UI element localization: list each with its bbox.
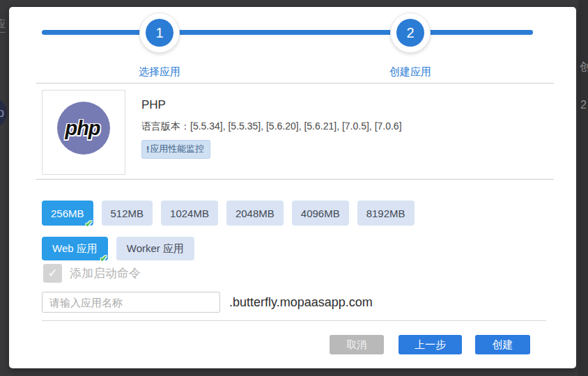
background-right-strip: 创 2 <box>578 0 588 376</box>
selected-check-icon: ✔ <box>100 253 108 264</box>
startup-command-row: ✓ 添加启动命令 <box>43 264 141 283</box>
previous-step-button[interactable]: 上一步 <box>399 335 462 354</box>
apm-badge-label: 应用性能监控 <box>150 143 204 155</box>
divider <box>42 320 546 321</box>
app-type-label: Worker 应用 <box>127 242 184 254</box>
step-1-label: 选择应用 <box>111 65 208 79</box>
app-type-worker-button[interactable]: Worker 应用 <box>116 237 194 260</box>
memory-option-1024mb[interactable]: 1024MB <box>161 201 218 226</box>
app-type-row: Web 应用 ✔ Worker 应用 <box>42 237 203 260</box>
memory-option-label: 8192MB <box>366 207 405 219</box>
domain-suffix: .butterfly.mopaasapp.com <box>229 295 373 310</box>
steps-progress-bar <box>42 30 533 35</box>
monitor-icon: ! <box>146 144 149 155</box>
memory-option-label: 256MB <box>51 207 84 219</box>
step-2-label: 创建应用 <box>362 65 459 79</box>
step-1-number: 1 <box>146 19 173 47</box>
apm-badge[interactable]: ! 应用性能监控 <box>141 140 210 159</box>
php-logo-text: php <box>65 117 102 140</box>
background-page-text-fragment: 应 <box>0 18 6 33</box>
step-1-indicator[interactable]: 1 <box>139 13 180 53</box>
memory-option-label: 1024MB <box>170 207 209 219</box>
app-versions: 语言版本：[5.5.34], [5.5.35], [5.6.20], [5.6.… <box>141 120 402 133</box>
app-name-input[interactable] <box>42 292 220 313</box>
step-2-number: 2 <box>396 19 424 47</box>
startup-command-checkbox: ✓ <box>43 264 62 283</box>
memory-option-label: 512MB <box>111 207 144 219</box>
divider <box>36 179 554 180</box>
background-text-fragment: 创 <box>580 60 588 75</box>
step-2-indicator[interactable]: 2 <box>390 13 431 53</box>
selected-app-card: php <box>42 90 125 175</box>
app-type-web-button[interactable]: Web 应用 ✔ <box>42 237 108 260</box>
divider <box>36 83 554 84</box>
memory-option-4096mb[interactable]: 4096MB <box>292 201 349 226</box>
selected-check-icon: ✔ <box>85 218 93 229</box>
app-info: PHP 语言版本：[5.5.34], [5.5.35], [5.6.20], [… <box>141 98 402 159</box>
create-app-dialog: 1 2 选择应用 创建应用 php PHP 语言版本：[5.5.34], [5.… <box>9 7 576 368</box>
memory-options-row: 256MB ✔ 512MB 1024MB 2048MB 4096MB 8192M… <box>42 201 423 226</box>
app-name-row: .butterfly.mopaasapp.com <box>42 292 373 313</box>
create-button[interactable]: 创建 <box>475 335 530 354</box>
cancel-button[interactable]: 取消 <box>330 335 384 354</box>
php-logo-icon: php <box>57 102 110 155</box>
memory-option-512mb[interactable]: 512MB <box>102 201 153 226</box>
background-text-fragment: 2 <box>580 99 587 111</box>
memory-option-label: 2048MB <box>235 207 274 219</box>
memory-option-label: 4096MB <box>301 207 340 219</box>
background-logo-fragment: p <box>0 97 7 128</box>
memory-option-256mb[interactable]: 256MB ✔ <box>42 201 93 226</box>
memory-option-8192mb[interactable]: 8192MB <box>357 201 415 226</box>
startup-command-label: 添加启动命令 <box>70 265 141 281</box>
app-title: PHP <box>141 98 402 112</box>
memory-option-2048mb[interactable]: 2048MB <box>226 201 284 226</box>
app-type-label: Web 应用 <box>52 242 98 254</box>
